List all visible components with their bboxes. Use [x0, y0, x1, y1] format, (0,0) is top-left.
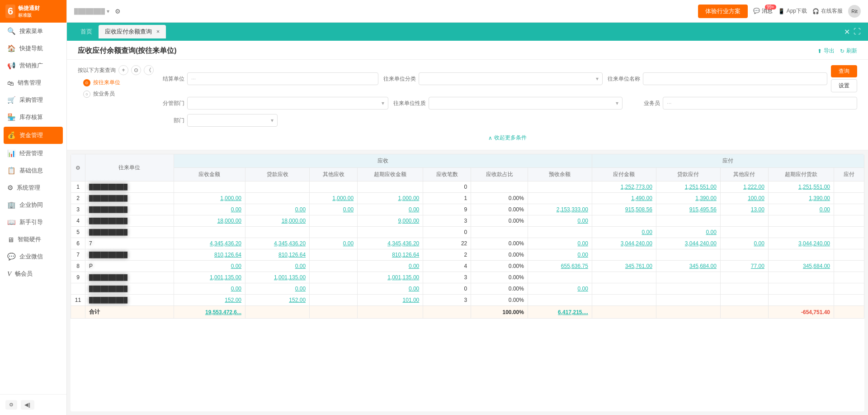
tabbar: 首页 应收应付余额查询 × ✕ ⛶: [67, 23, 868, 41]
collapse-btn[interactable]: ∧ 收起更多条件: [486, 131, 529, 144]
th-ar-other: 其他应收: [310, 168, 358, 181]
tab-close-btn[interactable]: ×: [156, 28, 160, 35]
sidebar-item-basic[interactable]: 📋 基础信息: [0, 162, 66, 179]
tab-ar-ap[interactable]: 应收应付余额查询 ×: [99, 25, 166, 38]
inventory-icon: 🏪: [7, 113, 16, 121]
page-header: 应收应付余额查询(按往来单位) ⬆ 导出 ↻ 刷新: [67, 41, 868, 60]
label-settlement-unit: 结算单位: [157, 75, 184, 83]
sidebar-collapse-btn[interactable]: ◀‖: [21, 400, 34, 410]
table-row: ██████████0.000.000.0000.00%0.00: [71, 283, 864, 295]
download-icon: 📱: [778, 8, 785, 14]
query-buttons: 查询 设置: [831, 65, 857, 92]
th-ap-overdue: 超期应付货款: [768, 168, 834, 181]
sidebar-item-inventory[interactable]: 🏪 库存核算: [0, 109, 66, 126]
partner-name: ██████████: [85, 283, 174, 295]
notification-area[interactable]: 💬 消息 99+: [753, 7, 772, 15]
scheme-option-partner[interactable]: ⊙ 按往来单位: [80, 78, 154, 87]
table-settings-icon[interactable]: ⚙: [75, 165, 80, 171]
footer-advance-balance: 6,417,215....: [528, 306, 592, 319]
row-num: 7: [71, 249, 85, 261]
sidebar-item-search[interactable]: 🔍 搜索菜单: [0, 23, 66, 40]
app-download-btn[interactable]: 📱 App下载: [778, 7, 807, 15]
label-partner-name: 往来单位名称: [606, 75, 640, 83]
partner-name: 7: [85, 238, 174, 249]
sidebar-item-operation[interactable]: 📊 经营管理: [0, 145, 66, 162]
th-receivable-group: 应收: [174, 154, 592, 168]
user-avatar[interactable]: Rit: [848, 5, 861, 18]
filter-fields: 结算单位 ··· 往来单位分类 ▾: [157, 65, 857, 144]
footer-ap-overdue: -654,751.40: [768, 306, 834, 319]
table-area: ⚙ 往来单位 应收 应付 应收金额 贷款应收 其他应收 超期应收金额: [71, 154, 864, 411]
sidebar-item-system[interactable]: ⚙ 系统管理: [0, 179, 66, 196]
scheme-option-salesman[interactable]: ○ 按业务员: [80, 89, 154, 99]
scheme-add-btn[interactable]: +: [118, 65, 128, 75]
table-row: 5██████████00.000.00: [71, 227, 864, 238]
query-btn[interactable]: 查询: [831, 65, 857, 77]
scheme-option-icon-partner: ⊙: [83, 79, 90, 86]
sidebar-item-quicknav[interactable]: 🏠 快捷导航: [0, 40, 66, 57]
row-num: 8: [71, 261, 85, 272]
scheme-collapse-btn[interactable]: 《: [144, 65, 154, 75]
table-row: 1██████████01,252,773.001,251,551.001,22…: [71, 181, 864, 193]
sidebar-item-wechat[interactable]: 💬 企业微信: [0, 248, 66, 265]
sidebar-settings-btn[interactable]: ⚙: [5, 400, 17, 410]
online-service-btn[interactable]: 🎧 在线客服: [812, 7, 843, 15]
tab-actions: ✕ ⛶: [844, 28, 861, 36]
sidebar-item-sales[interactable]: 🛍 销售管理: [0, 74, 66, 91]
marketing-icon: 📢: [7, 62, 16, 70]
th-settings[interactable]: ⚙: [71, 154, 85, 181]
filter-settings-btn[interactable]: 设置: [831, 79, 857, 92]
sidebar-item-enterprise[interactable]: 🏢 企业协同: [0, 196, 66, 214]
row-num: [71, 283, 85, 295]
th-ar-loan: 贷款应收: [245, 168, 310, 181]
row-num: 1: [71, 181, 85, 193]
partner-name: ██████████: [85, 204, 174, 215]
purchase-icon: 🛒: [7, 96, 16, 104]
footer-ar-amount: 19,553,472,6...: [174, 306, 245, 319]
table-row: 11██████████152.00152.00101.0030.00%: [71, 295, 864, 306]
label-dept: 分管部门: [157, 100, 184, 107]
sidebar-item-member[interactable]: V 畅会员: [0, 265, 66, 282]
input-department[interactable]: ▾: [187, 114, 278, 127]
label-partner-category: 往来单位分类: [382, 75, 416, 83]
tab-home[interactable]: 首页: [74, 25, 99, 38]
operation-icon: 📊: [7, 149, 16, 157]
main-area: ████████ ▾ ⚙ 体验行业方案 💬 消息 99+ 📱 App下载 🎧 在…: [67, 0, 868, 415]
finance-icon: 💰: [7, 131, 16, 139]
table-row: 9██████████1,001,135.001,001,135.001,001…: [71, 272, 864, 283]
enterprise-icon: 🏢: [7, 201, 16, 209]
sidebar-item-guide[interactable]: 📖 新手引导: [0, 214, 66, 231]
breadcrumb: ████████ ▾: [74, 8, 109, 14]
tab-maximize-btn[interactable]: ⛶: [854, 28, 861, 36]
input-partner-name[interactable]: [643, 72, 827, 85]
table-wrapper[interactable]: ⚙ 往来单位 应收 应付 应收金额 贷款应收 其他应收 超期应收金额: [71, 154, 864, 411]
member-icon: V: [7, 270, 11, 278]
sidebar-item-hardware[interactable]: 🖥 智能硬件: [0, 231, 66, 248]
promo-button[interactable]: 体验行业方案: [698, 5, 748, 18]
input-partner-nature[interactable]: ▾: [429, 97, 623, 110]
sidebar-item-purchase[interactable]: 🛒 采购管理: [0, 91, 66, 109]
input-dept[interactable]: ▾: [187, 97, 388, 110]
sidebar-item-finance[interactable]: 💰 资金管理: [4, 127, 63, 144]
export-btn[interactable]: ⬆ 导出: [817, 47, 835, 55]
export-icon: ⬆: [817, 48, 822, 54]
th-advance-balance: 预收余额: [528, 168, 592, 181]
th-ar-overdue: 超期应收金额: [358, 168, 423, 181]
th-ap-other: 其他应付: [720, 168, 768, 181]
input-settlement-unit[interactable]: ···: [187, 72, 378, 85]
footer-label: 合计: [85, 306, 174, 319]
refresh-btn[interactable]: ↻ 刷新: [840, 47, 857, 55]
footer-ar-ratio: 100.00%: [471, 306, 528, 319]
input-salesman[interactable]: ···: [663, 97, 857, 110]
sidebar-item-marketing[interactable]: 📢 营销推广: [0, 57, 66, 74]
th-ap-amount: 应付金额: [592, 168, 656, 181]
scheme-settings-btn[interactable]: ⊙: [131, 65, 141, 75]
input-partner-category[interactable]: ▾: [419, 72, 603, 85]
sidebar: 6 畅捷通财 标准版 🔍 搜索菜单 🏠 快捷导航 📢 营销推广 🛍 销售管理: [0, 0, 67, 415]
sales-icon: 🛍: [7, 79, 14, 87]
row-num: 6: [71, 238, 85, 249]
th-partner: 往来单位: [85, 154, 174, 181]
tab-close-window-btn[interactable]: ✕: [844, 28, 850, 36]
search-icon: 🔍: [7, 27, 16, 35]
topbar-settings-icon[interactable]: ⚙: [115, 8, 121, 15]
